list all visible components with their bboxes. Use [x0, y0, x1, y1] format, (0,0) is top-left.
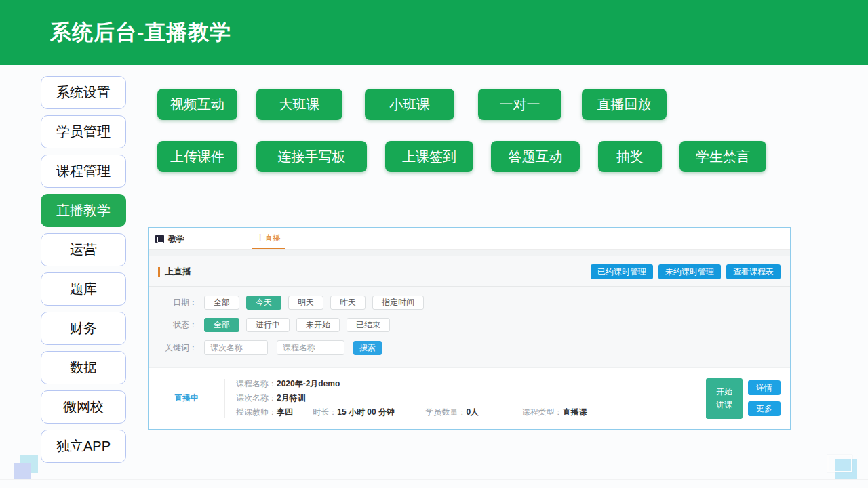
search-button[interactable]: 搜索: [353, 341, 382, 355]
status-chip-not-started[interactable]: 未开始: [296, 318, 340, 332]
session-details: 课程名称：2020年-2月demo 课次名称：2月特训 授课教师：李四 时长：1…: [236, 375, 706, 421]
date-chip-tomorrow[interactable]: 明天: [288, 296, 323, 310]
feature-button-lottery[interactable]: 抽奖: [598, 141, 662, 172]
feature-button-quiz-interaction[interactable]: 答题互动: [491, 141, 580, 172]
date-chip-all[interactable]: 全部: [204, 296, 239, 310]
brand-label: 教学: [168, 233, 184, 245]
sidebar-item-data[interactable]: 数据: [41, 351, 126, 384]
section-title-group: 上直播: [158, 266, 191, 278]
feature-button-class-checkin[interactable]: 上课签到: [385, 141, 473, 172]
decor-square-lavender-left: [14, 463, 31, 479]
live-status-badge: 直播中: [149, 392, 224, 404]
app-logo-icon: [155, 235, 164, 243]
sidebar-item-finance[interactable]: 财务: [41, 312, 126, 345]
feature-button-handwriting-board[interactable]: 连接手写板: [256, 141, 367, 172]
students-value: 0人: [466, 407, 479, 417]
sidebar-item-question-bank[interactable]: 题库: [41, 272, 126, 306]
view-timetable-button[interactable]: 查看课程表: [726, 264, 781, 279]
sidebar: 系统设置 学员管理 课程管理 直播教学 运营 题库 财务 数据 微网校 独立AP…: [41, 76, 126, 463]
section-header: 上直播 已约课时管理 未约课时管理 查看课程表: [149, 256, 790, 287]
feature-button-upload-courseware[interactable]: 上传课件: [157, 141, 237, 172]
date-filter-label: 日期：: [158, 297, 197, 308]
sidebar-item-student-management[interactable]: 学员管理: [41, 115, 126, 148]
date-chip-today[interactable]: 今天: [246, 296, 281, 310]
live-session-row: 直播中 课程名称：2020年-2月demo 课次名称：2月特训 授课教师：李四 …: [149, 367, 790, 428]
status-chip-all[interactable]: 全部: [204, 318, 239, 332]
date-chip-custom-time[interactable]: 指定时间: [372, 296, 424, 310]
decor-square-outline-right: [827, 455, 852, 472]
scheduled-hours-button[interactable]: 已约课时管理: [591, 264, 653, 279]
sidebar-item-operations[interactable]: 运营: [41, 233, 126, 266]
feature-button-live-replay[interactable]: 直播回放: [582, 89, 667, 120]
row-divider: [224, 379, 225, 418]
date-filter-row: 日期： 全部 今天 明天 昨天 指定时间: [158, 296, 790, 310]
feature-button-student-mute[interactable]: 学生禁言: [679, 141, 766, 172]
panel-content: 上直播 已约课时管理 未约课时管理 查看课程表 日期： 全部 今天 明天 昨天 …: [149, 256, 790, 428]
date-chip-yesterday[interactable]: 昨天: [330, 296, 366, 310]
row-actions: 开始讲课 详情 更多: [706, 378, 781, 419]
course-name-value: 2020年-2月demo: [277, 379, 340, 388]
unscheduled-hours-button[interactable]: 未约课时管理: [658, 264, 721, 279]
admin-panel: 教学 上直播 上直播 已约课时管理 未约课时管理 查看课程表 日期： 全部 今天…: [148, 227, 791, 430]
feature-row-2: 上传课件 连接手写板 上课签到 答题互动 抽奖 学生禁言: [157, 141, 808, 172]
status-chip-in-progress[interactable]: 进行中: [246, 318, 290, 332]
course-type-label: 课程类型：: [521, 407, 562, 417]
lesson-name-value: 2月特训: [277, 393, 306, 403]
feature-button-video-interaction[interactable]: 视频互动: [157, 89, 237, 120]
duration-label: 时长：: [313, 407, 337, 417]
course-name-label: 课程名称：: [236, 379, 277, 388]
sidebar-item-live-teaching[interactable]: 直播教学: [41, 194, 126, 227]
lesson-name-input[interactable]: [204, 340, 268, 355]
start-teaching-button[interactable]: 开始讲课: [706, 378, 743, 419]
sidebar-item-course-management[interactable]: 课程管理: [41, 155, 126, 188]
feature-button-small-class[interactable]: 小班课: [365, 89, 454, 120]
sidebar-item-system-settings[interactable]: 系统设置: [41, 76, 126, 109]
panel-tabbar: 教学 上直播: [149, 228, 790, 250]
status-filter-label: 状态：: [158, 319, 197, 331]
detail-button[interactable]: 详情: [748, 380, 781, 395]
section-title: 上直播: [165, 266, 191, 278]
feature-buttons: 视频互动 大班课 小班课 一对一 直播回放 上传课件 连接手写板 上课签到 答题…: [157, 89, 808, 172]
top-banner: 系统后台-直播教学: [0, 0, 868, 65]
course-name-line: 课程名称：2020年-2月demo: [236, 378, 706, 390]
tab-live-stream[interactable]: 上直播: [252, 228, 285, 249]
session-meta-line: 授课教师：李四 时长：15 小时 00 分钟 学员数量：0人 课程类型：直播课: [236, 407, 706, 418]
feature-row-1: 视频互动 大班课 小班课 一对一 直播回放: [157, 89, 808, 120]
teacher-label: 授课教师：: [236, 407, 277, 417]
duration-value: 15 小时 00 分钟: [337, 407, 395, 417]
panel-gap-strip: [149, 250, 790, 256]
sidebar-item-standalone-app[interactable]: 独立APP: [41, 430, 126, 463]
keyword-filter-label: 关键词：: [158, 342, 197, 354]
status-chip-ended[interactable]: 已结束: [347, 318, 390, 332]
page-title: 系统后台-直播教学: [0, 0, 868, 47]
section-accent-bar: [158, 267, 160, 277]
status-filter-row: 状态： 全部 进行中 未开始 已结束: [158, 318, 790, 332]
feature-button-large-class[interactable]: 大班课: [256, 89, 342, 120]
more-button[interactable]: 更多: [748, 401, 781, 416]
students-label: 学员数量：: [425, 407, 466, 417]
lesson-name-line: 课次名称：2月特训: [236, 392, 706, 404]
lesson-name-label: 课次名称：: [236, 393, 277, 403]
bottom-strip: [0, 479, 868, 488]
keyword-filter-row: 关键词： 搜索: [158, 340, 790, 355]
filter-area: 日期： 全部 今天 明天 昨天 指定时间 状态： 全部 进行中 未开始 已结束 …: [149, 287, 790, 355]
course-name-input[interactable]: [277, 340, 344, 355]
course-type-value: 直播课: [562, 407, 587, 417]
section-buttons: 已约课时管理 未约课时管理 查看课程表: [591, 264, 781, 279]
sidebar-item-micro-school[interactable]: 微网校: [41, 390, 126, 424]
teacher-value: 李四: [277, 407, 293, 417]
feature-button-one-on-one[interactable]: 一对一: [478, 89, 561, 120]
mini-actions-column: 详情 更多: [748, 380, 781, 416]
